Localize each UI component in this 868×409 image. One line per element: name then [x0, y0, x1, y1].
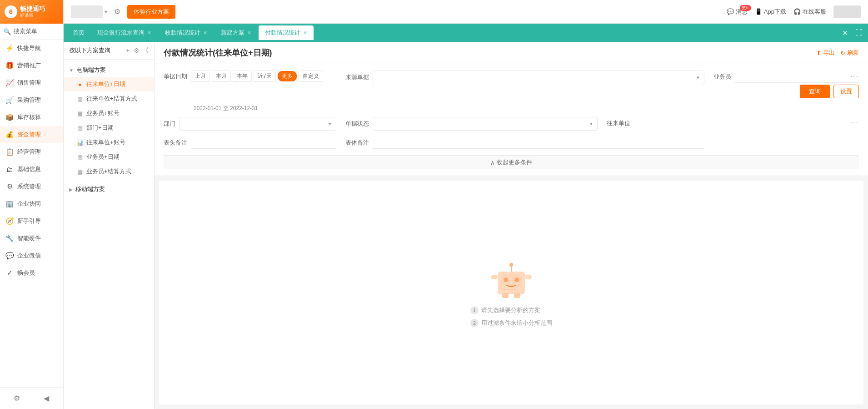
tab-cash-flow[interactable]: 现金银行流水查询 ✕: [91, 25, 158, 40]
tab-home[interactable]: 首页: [67, 25, 90, 40]
partner-dots-icon[interactable]: ···: [850, 119, 859, 127]
mobile-group-header[interactable]: ▶ 移动端方案: [64, 182, 154, 196]
sidebar-item-operation[interactable]: 📋 经营管理: [0, 143, 63, 161]
app-download-btn[interactable]: 📱 App下载: [755, 8, 786, 16]
hint-1-num: 1: [470, 306, 479, 314]
add-scheme-icon[interactable]: ＋: [125, 46, 131, 55]
search-menu[interactable]: 🔍 搜索菜单: [0, 24, 63, 40]
table-header-note-input[interactable]: [191, 137, 336, 149]
sidebar-item-fund[interactable]: 💰 资金管理: [0, 126, 63, 143]
quick-nav-icon: ⚡: [5, 44, 14, 52]
bill-status-select[interactable]: ▾: [373, 117, 598, 131]
filter-area: 单据日期 上月 本月 本年 近7天 更多 自定义 来源单据: [155, 64, 868, 176]
date-btn-this-month[interactable]: 本月: [212, 71, 231, 82]
scheme-item-label: 业务员+结算方式: [86, 167, 131, 176]
staff-dots-icon[interactable]: ···: [850, 72, 859, 81]
gear-icon[interactable]: ⚙: [111, 5, 124, 18]
scheme-icon: ▦: [76, 110, 84, 117]
scheme-item-staff-settle[interactable]: ▦ 业务员+结算方式: [64, 164, 154, 179]
sidebar-item-inventory[interactable]: 📦 库存核算: [0, 109, 63, 126]
scheme-item-staff-date[interactable]: ▦ 业务员+日期: [64, 150, 154, 164]
sidebar-item-quick-nav[interactable]: ⚡ 快捷导航: [0, 40, 63, 57]
partner-label: 往来单位: [607, 119, 630, 127]
query-btn[interactable]: 查询: [800, 85, 830, 98]
desktop-group-header[interactable]: ▼ 电脑端方案: [64, 63, 154, 77]
logo-icon: 6: [5, 5, 17, 18]
tab-label: 付款情况统计: [265, 29, 300, 37]
basic-icon: 🗂: [5, 165, 14, 173]
empty-hint-1: 1 请先选择要分析的方案: [470, 306, 552, 314]
enterprise-icon: 🏢: [5, 200, 14, 208]
tab-payment-stats[interactable]: 付款情况统计 ✕: [259, 25, 314, 40]
dept-select[interactable]: ▾: [179, 117, 336, 131]
mobile-icon: 📱: [755, 8, 762, 15]
close-icon[interactable]: ✕: [203, 30, 207, 36]
collapse-sidebar-btn[interactable]: ◀: [34, 391, 60, 405]
refresh-btn[interactable]: ↻ 刷新: [840, 49, 859, 57]
date-range-text: 2022-01-01 至 2022-12-31: [194, 105, 258, 111]
sidebar-item-basic[interactable]: 🗂 基础信息: [0, 161, 63, 178]
sidebar-item-member[interactable]: ✓ 畅会员: [0, 264, 63, 282]
sidebar-item-label: 企业微信: [17, 252, 41, 260]
trial-btn[interactable]: 体验行业方案: [127, 5, 175, 19]
close-icon[interactable]: ✕: [303, 30, 307, 36]
tab-new-scheme[interactable]: 新建方案 ✕: [215, 25, 258, 40]
topbar-user-profile[interactable]: [833, 5, 861, 18]
source-bill-select[interactable]: ▾: [373, 71, 704, 84]
table-body-note-input[interactable]: [373, 137, 704, 149]
date-btn-custom[interactable]: 自定义: [299, 71, 323, 82]
expand-icon[interactable]: ⛶: [853, 27, 864, 39]
filter-dept: 部门 ▾: [164, 117, 336, 131]
scheme-item-staff-account[interactable]: ▦ 业务员+账号: [64, 106, 154, 121]
scheme-item-unit-date[interactable]: ● 往来单位+日期: [64, 77, 154, 91]
app-name: 畅捷通巧: [20, 5, 45, 13]
date-btn-7days[interactable]: 近7天: [254, 71, 276, 82]
sidebar-item-purchase[interactable]: 🛒 采购管理: [0, 91, 63, 109]
guide-icon: 🧭: [5, 217, 14, 225]
scheme-item-label: 往来单位+日期: [86, 80, 125, 88]
collapse-panel-icon[interactable]: 《: [142, 46, 149, 55]
user-avatar: [71, 5, 103, 18]
active-scheme-icon: ●: [76, 81, 84, 88]
tab-receivable[interactable]: 收款情况统计 ✕: [159, 25, 214, 40]
close-icon[interactable]: ✕: [247, 30, 251, 36]
sidebar-item-marketing[interactable]: 🎁 营销推广: [0, 57, 63, 74]
online-service-btn[interactable]: 🎧 在线客服: [793, 8, 826, 16]
filter-row-2: 部门 ▾ 单据状态 ▾ 往来单位: [164, 117, 859, 131]
operation-icon: 📋: [5, 148, 14, 156]
date-btn-more[interactable]: 更多: [278, 71, 297, 81]
empty-hint-2: 2 用过滤条件来缩小分析范围: [470, 319, 552, 327]
sidebar-item-hardware[interactable]: 🔧 智能硬件: [0, 230, 63, 247]
filter-partner: 往来单位 ···: [607, 117, 859, 129]
left-panel-header: 按以下方案查询 ＋ ⚙ 《: [64, 42, 154, 60]
filter-source-bill: 来源单据 ▾: [345, 71, 704, 84]
sidebar-item-enterprise[interactable]: 🏢 企业协同: [0, 195, 63, 212]
right-panel: 付款情况统计(往来单位+日期) ⬆ 导出 ↻ 刷新 单: [155, 42, 868, 409]
collapse-conditions-btn[interactable]: ∧ 收起更多条件: [164, 155, 859, 169]
search-label: 搜索菜单: [14, 27, 37, 35]
close-icon[interactable]: ✕: [147, 30, 151, 36]
close-all-tabs-icon[interactable]: ✕: [840, 27, 850, 39]
scheme-item-dept-date[interactable]: ▦ 部门+日期: [64, 121, 154, 135]
sidebar-item-guide[interactable]: 🧭 新手引导: [0, 212, 63, 230]
notifications-btn[interactable]: 💬 消息 99+: [727, 8, 748, 16]
date-label: 单据日期: [164, 72, 187, 81]
desktop-group-label: 电脑端方案: [76, 66, 106, 74]
sidebar-item-label: 智能硬件: [17, 234, 41, 242]
export-icon: ⬆: [816, 50, 821, 56]
sidebar-item-wechat[interactable]: 💬 企业微信: [0, 247, 63, 264]
user-area[interactable]: ▾: [71, 5, 107, 18]
date-btn-last-month[interactable]: 上月: [191, 71, 210, 82]
settings-btn[interactable]: 设置: [833, 85, 859, 98]
scheme-item-unit-settle[interactable]: ▦ 往来单位+结算方式: [64, 91, 154, 106]
sidebar-item-sales[interactable]: 📈 销售管理: [0, 74, 63, 91]
date-btn-this-year[interactable]: 本年: [233, 71, 252, 82]
sidebar-item-system[interactable]: ⚙ 系统管理: [0, 178, 63, 195]
settings-scheme-icon[interactable]: ⚙: [134, 47, 140, 54]
scheme-item-unit-account[interactable]: 📊 往来单位+账号: [64, 135, 154, 150]
scheme-item-label: 部门+日期: [86, 124, 114, 132]
empty-state: 1 请先选择要分析的方案 2 用过滤条件来缩小分析范围: [159, 181, 863, 404]
export-btn[interactable]: ⬆ 导出: [816, 49, 835, 57]
settings-footer-btn[interactable]: ⚙: [4, 391, 30, 405]
topbar: ▾ ⚙ 体验行业方案 💬 消息 99+ 📱 App下载 🎧 在线客服: [64, 0, 868, 24]
